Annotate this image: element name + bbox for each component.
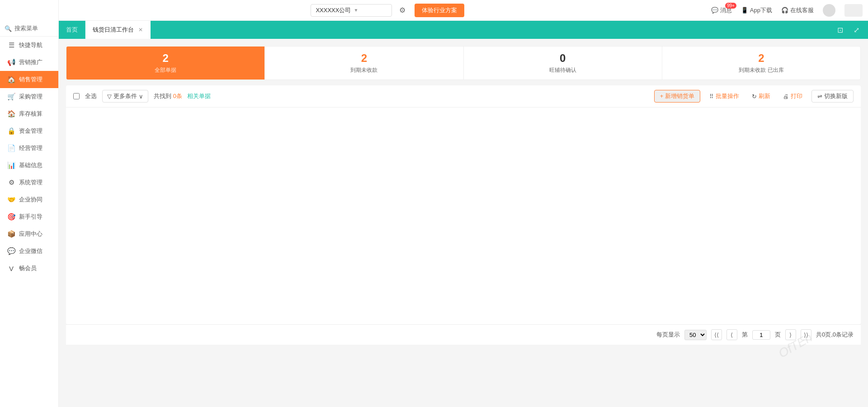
- card-label-shipped: 到期未收款 已出库: [670, 66, 853, 74]
- print-btn[interactable]: 🖨 打印: [779, 90, 806, 102]
- page-suffix: 页: [775, 331, 781, 339]
- summary-cards: 2 全部单据 2 到期未收款 0 旺辅待确认 2 到期未收款 已出库: [66, 46, 861, 80]
- filter-label: 更多条件: [113, 92, 137, 100]
- service-icon: 🎧: [781, 7, 788, 14]
- operations-icon: 📄: [7, 144, 15, 152]
- summary-card-shipped[interactable]: 2 到期未收款 已出库: [662, 47, 860, 80]
- sidebar-item-app-center[interactable]: 📦 应用中心: [0, 225, 58, 243]
- company-name: XXXXXX公司: [316, 6, 351, 14]
- online-service-action[interactable]: 🎧 在线客服: [781, 6, 814, 14]
- batch-action-btn[interactable]: ⠿ 批量操作: [706, 90, 743, 102]
- card-count-all: 2: [74, 52, 257, 65]
- download-icon: 📱: [741, 7, 748, 14]
- first-page-btn[interactable]: ⟨⟨: [711, 329, 722, 340]
- switch-icon: ⇌: [817, 93, 822, 100]
- message-icon: 💬: [711, 7, 718, 14]
- sidebar-label-member: 畅会员: [19, 264, 37, 272]
- filter-chevron-icon: ∨: [139, 93, 143, 100]
- sidebar: 🔍 搜索菜单 ☰ 快捷导航 📢 营销推广 🏠 销售管理 🛒 采购管理 🏠 库存核…: [0, 0, 59, 407]
- next-page-btn[interactable]: ⟩: [785, 329, 796, 340]
- basic-info-icon: 📊: [7, 161, 15, 169]
- page-number-input[interactable]: [752, 330, 770, 340]
- sidebar-label-system: 系统管理: [19, 178, 42, 187]
- sidebar-item-basic-info[interactable]: 📊 基础信息: [0, 157, 58, 174]
- sidebar-label-guide: 新手引导: [19, 213, 42, 221]
- filter-button[interactable]: ▽ 更多条件 ∨: [102, 90, 148, 103]
- related-link[interactable]: 相关单据: [187, 93, 211, 99]
- total-records-label: 共0页,0条记录: [816, 331, 854, 339]
- sidebar-search[interactable]: 🔍 搜索菜单: [0, 21, 58, 37]
- search-icon: 🔍: [5, 25, 12, 32]
- tab-home-label: 首页: [66, 26, 78, 34]
- nav-expand-icon[interactable]: ⤢: [850, 23, 863, 36]
- summary-card-pending[interactable]: 0 旺辅待确认: [464, 47, 662, 80]
- message-action[interactable]: 💬 消息 99+: [711, 6, 732, 14]
- tab-close-icon[interactable]: ✕: [138, 27, 143, 33]
- sidebar-item-system[interactable]: ⚙ 系统管理: [0, 174, 58, 191]
- switch-label: 切换新版: [824, 92, 848, 100]
- sidebar-item-quick-nav[interactable]: ☰ 快捷导航: [0, 37, 58, 54]
- sidebar-item-enterprise[interactable]: 🤝 企业协同: [0, 191, 58, 208]
- app-download-label: App下载: [750, 6, 772, 14]
- tab-work-bench-label: 钱货日清工作台: [93, 26, 134, 34]
- refresh-label: 刷新: [759, 92, 770, 100]
- select-all-checkbox[interactable]: [73, 93, 80, 99]
- sidebar-item-purchase[interactable]: 🛒 采购管理: [0, 88, 58, 105]
- sidebar-label-sales: 销售管理: [19, 75, 42, 84]
- select-all-label[interactable]: 全选: [85, 92, 97, 100]
- pagination: 每页显示 50 ⟨⟨ ⟨ 第 页 ⟩ ⟩⟩ 共0页,0条记录: [66, 324, 861, 345]
- toolbar-left: 全选 ▽ 更多条件 ∨ 共找到 0条 相关单据: [73, 90, 211, 103]
- experience-btn[interactable]: 体验行业方案: [415, 4, 464, 17]
- header-right: 💬 消息 99+ 📱 App下载 🎧 在线客服: [711, 4, 863, 17]
- print-label: 打印: [791, 92, 802, 100]
- switch-new-version-btn[interactable]: ⇌ 切换新版: [811, 90, 854, 103]
- company-selector[interactable]: XXXXXX公司 ▼: [311, 4, 392, 17]
- table-area: [66, 108, 861, 324]
- marketing-icon: 📢: [7, 58, 15, 66]
- refresh-icon: ↻: [752, 93, 757, 100]
- last-page-btn[interactable]: ⟩⟩: [801, 329, 811, 340]
- app-download-action[interactable]: 📱 App下载: [741, 6, 772, 14]
- prev-page-btn[interactable]: ⟨: [726, 329, 737, 340]
- search-label: 搜索菜单: [14, 24, 38, 33]
- online-service-label: 在线客服: [790, 6, 814, 14]
- refresh-btn[interactable]: ↻ 刷新: [748, 90, 774, 102]
- found-count: 0条: [173, 93, 182, 99]
- sidebar-item-operations[interactable]: 📄 经营管理: [0, 140, 58, 157]
- sidebar-label-marketing: 营销推广: [19, 58, 42, 66]
- sidebar-item-marketing[interactable]: 📢 营销推广: [0, 54, 58, 71]
- sales-icon: 🏠: [7, 75, 15, 84]
- inventory-icon: 🏠: [7, 110, 15, 118]
- purchase-icon: 🛒: [7, 93, 15, 101]
- sidebar-label-wechat: 企业微信: [19, 247, 42, 255]
- per-page-label: 每页显示: [656, 331, 680, 339]
- chevron-down-icon: ▼: [354, 8, 358, 13]
- settings-icon[interactable]: ⚙: [399, 6, 406, 14]
- sidebar-label-basic-info: 基础信息: [19, 161, 42, 169]
- sidebar-label-inventory: 库存核算: [19, 110, 42, 118]
- sidebar-item-inventory[interactable]: 🏠 库存核算: [0, 105, 58, 122]
- guide-icon: 🎯: [7, 213, 15, 221]
- enterprise-icon: 🤝: [7, 196, 15, 204]
- add-sales-btn[interactable]: + 新增销货单: [654, 90, 700, 103]
- avatar[interactable]: [823, 4, 835, 17]
- sidebar-item-guide[interactable]: 🎯 新手引导: [0, 208, 58, 225]
- print-icon: 🖨: [783, 93, 789, 100]
- tab-home[interactable]: 首页: [59, 21, 85, 39]
- card-label-all: 全部单据: [74, 66, 257, 74]
- nav-tabs: 首页 钱货日清工作台 ✕ ⊡ ⤢: [59, 21, 868, 39]
- nav-restore-icon[interactable]: ⊡: [834, 23, 846, 36]
- summary-card-all[interactable]: 2 全部单据: [66, 47, 265, 80]
- sidebar-item-finance[interactable]: 🔒 资金管理: [0, 122, 58, 140]
- tab-work-bench[interactable]: 钱货日清工作台 ✕: [85, 21, 151, 39]
- sidebar-item-member[interactable]: V 畅会员: [0, 260, 58, 277]
- card-count-shipped: 2: [670, 52, 853, 65]
- per-page-select[interactable]: 50: [684, 330, 707, 340]
- sidebar-item-sales[interactable]: 🏠 销售管理: [0, 71, 58, 88]
- user-name-block[interactable]: [844, 4, 863, 17]
- toolbar-right: + 新增销货单 ⠿ 批量操作 ↻ 刷新 🖨 打印 ⇌ 切换新版: [654, 90, 854, 103]
- summary-card-overdue[interactable]: 2 到期未收款: [265, 47, 463, 80]
- app-center-icon: 📦: [7, 230, 15, 238]
- nav-right-actions: ⊡ ⤢: [834, 23, 868, 36]
- sidebar-item-wechat[interactable]: 💬 企业微信: [0, 243, 58, 260]
